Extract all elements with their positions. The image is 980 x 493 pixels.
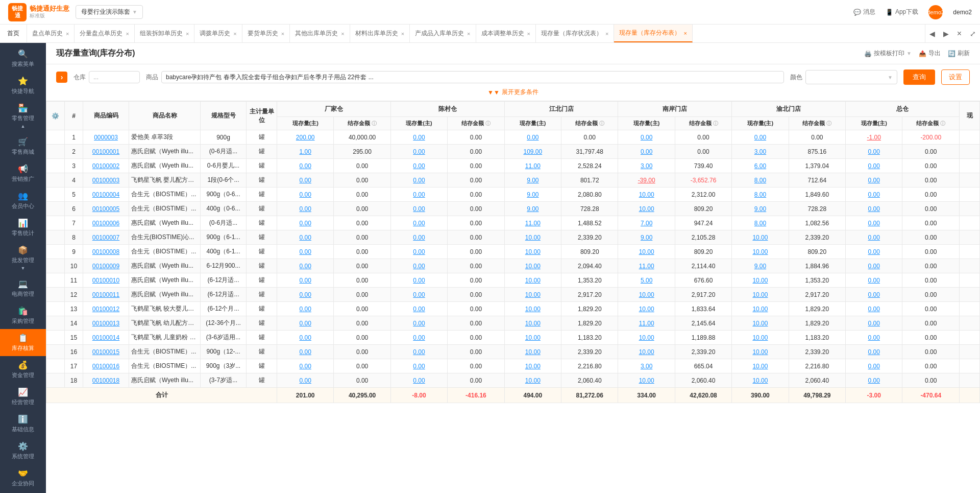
- row-na-qty[interactable]: 10.00: [618, 331, 675, 345]
- query-btn[interactable]: 查询: [903, 69, 935, 85]
- messages-btn[interactable]: 💬 消息: [853, 8, 875, 16]
- row-jb-qty[interactable]: 11.00: [504, 159, 561, 173]
- row-fac-qty[interactable]: 0.00: [277, 288, 334, 302]
- row-yb-qty[interactable]: 0.00: [732, 130, 789, 145]
- row-total-qty[interactable]: 0.00: [846, 302, 902, 316]
- row-na-qty[interactable]: 10.00: [618, 187, 675, 202]
- tab-assembly[interactable]: 组装拆卸单历史 ×: [135, 25, 194, 42]
- industry-dropdown[interactable]: 母婴行业演示陈套 ▼: [76, 5, 143, 19]
- row-chen-qty[interactable]: 0.00: [390, 331, 447, 345]
- row-total-qty[interactable]: 0.00: [846, 345, 902, 359]
- tab-requisition[interactable]: 要货单历史 ×: [242, 25, 290, 42]
- row-na-qty[interactable]: 10.00: [618, 345, 675, 359]
- row-yb-qty[interactable]: 10.00: [732, 331, 789, 345]
- row-na-qty[interactable]: 11.00: [618, 259, 675, 273]
- sidebar-item-retail-mgmt[interactable]: 🏪 零售管理 ▲: [0, 99, 46, 133]
- row-jb-qty[interactable]: 10.00: [504, 359, 561, 373]
- row-chen-qty[interactable]: 0.00: [390, 345, 447, 359]
- row-jb-qty[interactable]: 10.00: [504, 259, 561, 273]
- row-jb-qty[interactable]: 9.00: [504, 173, 561, 187]
- tab-close-icon[interactable]: ×: [527, 31, 530, 37]
- row-chen-qty[interactable]: 0.00: [390, 187, 447, 202]
- row-chen-qty[interactable]: 0.00: [390, 302, 447, 316]
- sidebar-item-stock-accounting[interactable]: 📋 库存核算: [0, 329, 46, 356]
- row-fac-qty[interactable]: 0.00: [277, 159, 334, 173]
- warehouse-input[interactable]: ...: [89, 71, 140, 83]
- row-fac-qty[interactable]: 0.00: [277, 331, 334, 345]
- row-chen-qty[interactable]: 0.00: [390, 288, 447, 302]
- row-na-qty[interactable]: 7.00: [618, 216, 675, 230]
- row-fac-qty[interactable]: 0.00: [277, 373, 334, 388]
- row-yb-qty[interactable]: 9.00: [732, 202, 789, 216]
- sidebar-item-marketing[interactable]: 📢 营销推广: [0, 160, 46, 187]
- row-code[interactable]: 00100011: [83, 288, 129, 302]
- row-jb-qty[interactable]: 9.00: [504, 202, 561, 216]
- row-code[interactable]: 00100002: [83, 159, 129, 173]
- row-chen-qty[interactable]: 0.00: [390, 259, 447, 273]
- tabs-next-btn[interactable]: ▶: [939, 25, 953, 43]
- row-na-qty[interactable]: 3.00: [618, 159, 675, 173]
- row-jb-qty[interactable]: 10.00: [504, 288, 561, 302]
- tab-transfer[interactable]: 调拨单历史 ×: [194, 25, 242, 42]
- row-total-qty[interactable]: 0.00: [846, 316, 902, 331]
- row-jb-qty[interactable]: 109.00: [504, 145, 561, 159]
- row-jb-qty[interactable]: 10.00: [504, 302, 561, 316]
- row-total-qty[interactable]: 0.00: [846, 216, 902, 230]
- app-download-btn[interactable]: 📱 App下载: [886, 8, 918, 16]
- tab-partial-inventory[interactable]: 分量盘点单历史 ×: [75, 25, 134, 42]
- row-jb-qty[interactable]: 10.00: [504, 373, 561, 388]
- row-yb-qty[interactable]: 10.00: [732, 245, 789, 259]
- tab-product-inbound[interactable]: 产成品入库单历史 ×: [410, 25, 476, 42]
- sidebar-item-basics[interactable]: ℹ️ 基础信息: [0, 410, 46, 437]
- row-chen-qty[interactable]: 0.00: [390, 159, 447, 173]
- sidebar-item-system[interactable]: ⚙️ 系统管理: [0, 437, 46, 464]
- sidebar-item-collab[interactable]: 🤝 企业协同: [0, 464, 46, 491]
- col-settings[interactable]: ⚙️: [46, 102, 65, 130]
- row-na-qty[interactable]: 10.00: [618, 202, 675, 216]
- row-jb-qty[interactable]: 10.00: [504, 331, 561, 345]
- row-fac-qty[interactable]: 1.00: [277, 145, 334, 159]
- tab-close-icon[interactable]: ×: [605, 31, 608, 37]
- row-code[interactable]: 00100005: [83, 202, 129, 216]
- row-code[interactable]: 00100009: [83, 259, 129, 273]
- tabs-prev-btn[interactable]: ◀: [925, 25, 939, 43]
- expand-conditions-btn[interactable]: ▼▼ 展开更多条件: [487, 88, 538, 97]
- row-fac-qty[interactable]: 0.00: [277, 316, 334, 331]
- sidebar-item-finance[interactable]: 💰 资金管理: [0, 356, 46, 383]
- row-total-qty[interactable]: -1.00: [846, 130, 902, 145]
- row-code[interactable]: 00100004: [83, 187, 129, 202]
- goods-search-input[interactable]: [161, 71, 784, 83]
- row-total-qty[interactable]: 0.00: [846, 145, 902, 159]
- row-na-qty[interactable]: -39.00: [618, 173, 675, 187]
- row-chen-qty[interactable]: 0.00: [390, 130, 447, 145]
- tab-close-icon[interactable]: ×: [126, 31, 129, 37]
- row-na-qty[interactable]: 0.00: [618, 130, 675, 145]
- row-fac-qty[interactable]: 0.00: [277, 173, 334, 187]
- tab-close-icon[interactable]: ×: [401, 31, 404, 37]
- sidebar-item-mall[interactable]: 🛒 零售商城: [0, 133, 46, 160]
- tab-home[interactable]: 首页: [0, 25, 27, 42]
- row-code[interactable]: 00100018: [83, 373, 129, 388]
- row-chen-qty[interactable]: 0.00: [390, 316, 447, 331]
- row-code[interactable]: 00100008: [83, 245, 129, 259]
- row-total-qty[interactable]: 0.00: [846, 331, 902, 345]
- row-chen-qty[interactable]: 0.00: [390, 373, 447, 388]
- row-fac-qty[interactable]: 200.00: [277, 130, 334, 145]
- row-total-qty[interactable]: 0.00: [846, 202, 902, 216]
- print-btn[interactable]: 🖨️ 按模板打印 ▼: [864, 49, 912, 58]
- row-code[interactable]: 00100001: [83, 145, 129, 159]
- row-fac-qty[interactable]: 0.00: [277, 216, 334, 230]
- tab-stock-distribution[interactable]: 现存量（库存分布表） ×: [614, 25, 692, 42]
- row-fac-qty[interactable]: 0.00: [277, 245, 334, 259]
- row-chen-qty[interactable]: 0.00: [390, 216, 447, 230]
- color-input[interactable]: ▼: [805, 70, 897, 84]
- export-btn[interactable]: 📤 导出: [919, 49, 941, 58]
- row-fac-qty[interactable]: 0.00: [277, 273, 334, 288]
- row-chen-qty[interactable]: 0.00: [390, 145, 447, 159]
- row-yb-qty[interactable]: 8.00: [732, 216, 789, 230]
- row-yb-qty[interactable]: 10.00: [732, 345, 789, 359]
- tab-cost-adjust[interactable]: 成本调整单历史 ×: [476, 25, 536, 42]
- row-na-qty[interactable]: 10.00: [618, 373, 675, 388]
- row-chen-qty[interactable]: 0.00: [390, 202, 447, 216]
- row-yb-qty[interactable]: 6.00: [732, 159, 789, 173]
